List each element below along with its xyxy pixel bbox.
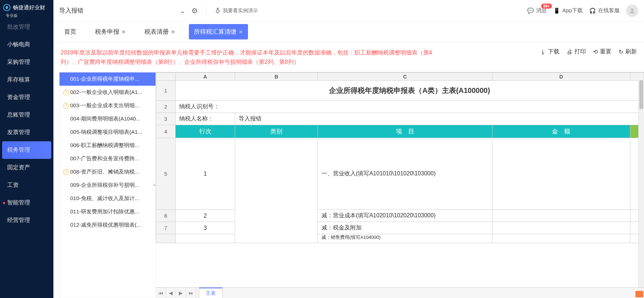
tabbar: 首页 税务申报✕ 税表清册✕ 所得税汇算清缴✕ <box>53 22 644 42</box>
nav-item[interactable]: 发票管理 <box>0 124 53 141</box>
nav-item[interactable]: 经营管理 <box>0 212 53 229</box>
tab-tax-register[interactable]: 税表清册✕ <box>139 24 180 39</box>
nav-item[interactable]: 总账管理 <box>0 106 53 124</box>
sheet-tab-bar: ⏮ ◀ ▶ ⏭ 主表 <box>156 287 644 298</box>
cell[interactable] <box>492 210 630 222</box>
grid-corner[interactable] <box>156 73 176 81</box>
scrollbar-thumb[interactable] <box>639 80 643 109</box>
table-header-cell[interactable]: 行次 <box>175 125 235 138</box>
tab-income-tax-settlement[interactable]: 所得税汇算清缴✕ <box>189 24 248 39</box>
table-header-cell[interactable]: 类别 <box>235 125 318 138</box>
col-header[interactable] <box>630 73 644 81</box>
cell[interactable]: 导入报错 <box>235 113 644 125</box>
form-list-item[interactable]: 006-职工薪酬纳税调整明细... <box>59 139 156 152</box>
chevron-down-icon[interactable]: ⌄ <box>177 6 189 15</box>
download-icon: ⭳ <box>540 49 546 55</box>
nav-item[interactable]: 固定资产 <box>0 159 53 176</box>
row-header[interactable]: 5 <box>156 138 176 210</box>
nav-item-active[interactable]: 税务管理 <box>2 141 51 159</box>
print-button[interactable]: 🖨打印 <box>567 48 586 56</box>
avatar[interactable] <box>626 5 638 17</box>
org-dropdown[interactable]: 导入报错 <box>59 6 174 15</box>
demo-link[interactable]: ♁ 我要看实例演示 <box>215 7 258 15</box>
close-icon[interactable]: ✕ <box>121 29 126 35</box>
form-list-item[interactable]: 003-一般企业成本支出明细... <box>59 99 156 112</box>
nav-item[interactable]: 小畅电商 <box>0 36 53 53</box>
phone-icon: 📱 <box>553 8 560 14</box>
topbar: 导入报错 ⌄ ⚙ ♁ 我要看实例演示 💬 消息 99+ 📱 App下载 <box>53 0 644 22</box>
cell[interactable]: 纳税人名称： <box>175 113 235 125</box>
cell[interactable] <box>175 234 235 243</box>
form-list-item[interactable]: 010-免税、减计收入及加计... <box>59 192 156 205</box>
nav-item[interactable]: 采购管理 <box>0 53 53 71</box>
cell[interactable] <box>492 138 630 210</box>
tab-tax-declare[interactable]: 税务申报✕ <box>90 24 131 39</box>
form-list-item[interactable]: 007-广告费和业务宣传费跨... <box>59 152 156 165</box>
sheet-nav-next[interactable]: ▶ <box>176 288 186 298</box>
notice-text: 2019年度涉及取以前年度结转数据的申报表单元格需要手工维护正确，才能保证本年及… <box>61 48 437 66</box>
row-header[interactable]: 6 <box>156 210 176 222</box>
sheet-nav-prev[interactable]: ◀ <box>166 288 176 298</box>
form-list-item[interactable]: 008-资产折旧、摊销及纳税... <box>59 165 156 179</box>
cell[interactable] <box>492 222 630 234</box>
sheet-nav-first[interactable]: ⏮ <box>156 288 166 298</box>
table-header-cell[interactable]: 金 额 <box>492 125 630 138</box>
row-header[interactable] <box>156 234 176 243</box>
row-header[interactable]: 1 <box>156 81 176 101</box>
cell[interactable]: 2 <box>175 210 235 222</box>
form-list-item[interactable]: 011-研发费用加计扣除优惠... <box>59 205 156 218</box>
row-header[interactable]: 3 <box>156 113 176 125</box>
cell[interactable]: 一、营业收入(填写A101010\101020\103000) <box>318 138 492 210</box>
sheet-title[interactable]: 企业所得税年度纳税申报表（A类）主表(A100000) <box>175 81 644 101</box>
download-button[interactable]: ⭳下载 <box>540 48 559 56</box>
cell[interactable]: 纳税人识别号： <box>175 101 644 113</box>
col-header[interactable]: B <box>235 73 318 81</box>
form-list-item[interactable]: 002-一般企业收入明细表(A1... <box>59 86 156 99</box>
sheet-nav-last[interactable]: ⏭ <box>186 288 196 298</box>
table-header-cell[interactable]: 项 目 <box>318 125 492 138</box>
cell[interactable] <box>235 138 318 243</box>
col-header[interactable]: D <box>492 73 630 81</box>
col-header[interactable]: A <box>175 73 235 81</box>
app-download-button[interactable]: 📱 App下载 <box>553 7 583 14</box>
messages-badge: 99+ <box>541 4 552 9</box>
row-header[interactable]: 2 <box>156 101 176 113</box>
form-list-item[interactable]: 012-减免所得税优惠明细表(... <box>59 218 156 232</box>
messages-button[interactable]: 💬 消息 99+ <box>527 7 547 14</box>
row-header[interactable]: 7 <box>156 222 176 234</box>
nav-item[interactable]: 智能管理 <box>0 194 53 212</box>
nav-item[interactable]: 工资 <box>0 176 53 194</box>
col-header[interactable]: C <box>318 73 492 81</box>
nav-item[interactable]: 资金管理 <box>0 89 53 106</box>
cell[interactable]: 减：税金及附加 <box>318 222 492 234</box>
vertical-scrollbar[interactable] <box>638 80 644 287</box>
refresh-icon: ↻ <box>619 48 623 55</box>
cell[interactable]: 减：销售费用(填写A104000) <box>318 234 492 243</box>
close-icon[interactable]: ✕ <box>239 29 243 35</box>
nav-item[interactable]: 库存核算 <box>0 71 53 89</box>
nav: 批改管理 小畅电商 采购管理 库存核算 资金管理 总账管理 发票管理 税务管理 … <box>0 22 53 298</box>
cell[interactable]: 减：营业成本(填写A102010\102020\103000) <box>318 210 492 222</box>
form-list-item[interactable]: 005-纳税调整项目明细表(A1... <box>59 126 156 139</box>
form-list-item[interactable]: 004-期间费用明细表(A1040... <box>59 112 156 126</box>
reset-button[interactable]: ⟲重置 <box>593 48 611 56</box>
form-list-item[interactable]: 001-企业所得税年度纳税申... <box>59 72 156 86</box>
chat-icon: 💬 <box>527 8 534 14</box>
form-list-item[interactable]: 009-企业所得税弥补亏损明... <box>59 179 156 192</box>
sheet-tab[interactable]: 主表 <box>199 288 223 298</box>
tab-home[interactable]: 首页 <box>59 24 81 39</box>
cell[interactable]: 1 <box>175 138 235 210</box>
feedback-widget[interactable] <box>635 291 643 297</box>
nav-item[interactable]: 批改管理 <box>0 22 53 36</box>
customer-service-button[interactable]: 🎧 在线客服 <box>589 7 620 14</box>
sidebar: 畅捷通好业财 专业版 批改管理 小畅电商 采购管理 库存核算 资金管理 总账管理… <box>0 0 53 298</box>
collapse-handle[interactable]: « <box>152 179 156 191</box>
cell[interactable] <box>492 234 630 243</box>
gear-icon[interactable]: ⚙ <box>191 6 198 15</box>
brand-edition: 专业版 <box>0 13 53 22</box>
refresh-button[interactable]: ↻刷新 <box>619 48 637 56</box>
spreadsheet-grid[interactable]: A B C D 1 企业所得税年度纳税申报表（A类）主表(A100000) <box>156 72 644 287</box>
close-icon[interactable]: ✕ <box>171 29 175 35</box>
row-header[interactable]: 4 <box>156 125 176 138</box>
cell[interactable]: 3 <box>175 222 235 234</box>
